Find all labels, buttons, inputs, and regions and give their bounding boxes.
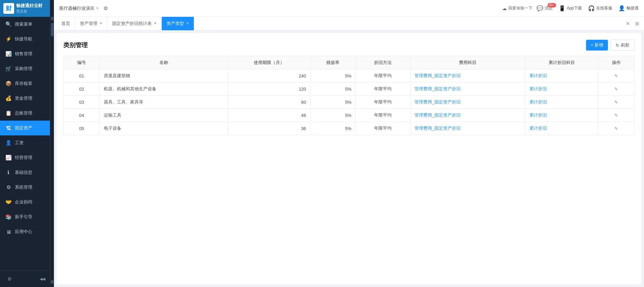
collapse-button[interactable]: ◀◀ <box>40 277 45 281</box>
sidebar-logo: 财 畅捷通好业财 普及版 <box>0 0 50 17</box>
row-rate-2: 5% <box>310 96 356 109</box>
row-action-2[interactable]: ✎ <box>598 96 634 109</box>
tab-2[interactable]: 固定资产折旧统计表✕ <box>108 17 162 30</box>
sidebar-item-企业协同[interactable]: 🤝 企业协同 <box>0 195 50 210</box>
row-rate-0: 5% <box>310 69 356 83</box>
edit-icon-4[interactable]: ✎ <box>614 126 618 131</box>
tab-close-3[interactable]: ✕ <box>186 21 189 26</box>
row-id-4: 05 <box>64 122 100 135</box>
sidebar-label-8: 工资 <box>15 140 24 146</box>
tab-close-1[interactable]: ✕ <box>99 21 102 26</box>
table-row: 01 房屋及建筑物 240 5% 年限平均 管理费用_固定资产折旧 累计折旧 ✎ <box>64 69 635 83</box>
edit-icon-1[interactable]: ✎ <box>614 87 618 92</box>
table-row: 03 器具、工具、家具等 60 5% 年限平均 管理费用_固定资产折旧 累计折旧… <box>64 96 635 109</box>
row-period-1: 120 <box>228 83 310 96</box>
experience-text: 我要体验一下 <box>508 5 532 11</box>
row-name-3: 运输工具 <box>100 109 228 122</box>
user-label: 畅捷通 <box>626 5 639 11</box>
refresh-button[interactable]: ↻ 刷新 <box>611 40 635 51</box>
message-button[interactable]: 💬 消息 99+ <box>536 5 553 11</box>
sidebar-icon-10: ℹ <box>5 169 11 176</box>
online-service-icon: 🎧 <box>588 5 595 11</box>
sidebar-item-应用中心[interactable]: 🖥 应用中心 <box>0 224 50 239</box>
row-name-2: 器具、工具、家具等 <box>100 96 228 109</box>
row-method-2: 年限平均 <box>356 96 410 109</box>
tab-close-2[interactable]: ✕ <box>154 21 157 26</box>
row-rate-3: 5% <box>310 109 356 122</box>
sidebar-icon-9: 📈 <box>5 155 11 161</box>
tab-label-0: 首页 <box>61 21 70 27</box>
col-header-1: 名称 <box>100 56 228 69</box>
col-header-2: 使用期限（月） <box>228 56 310 69</box>
sidebar-icon-1: ⚡ <box>5 36 11 42</box>
tab-3[interactable]: 资产类型✕ <box>162 17 194 30</box>
sidebar-label-9: 经营管理 <box>15 155 32 161</box>
row-accum-2: 累计折旧 <box>525 96 598 109</box>
sidebar-label-11: 系统管理 <box>15 184 32 190</box>
table-row: 04 运输工具 48 5% 年限平均 管理费用_固定资产折旧 累计折旧 ✎ <box>64 109 635 122</box>
new-button[interactable]: + 新增 <box>586 40 608 51</box>
sidebar-item-工资[interactable]: 👤 工资 <box>0 135 50 150</box>
edit-icon-0[interactable]: ✎ <box>614 73 618 78</box>
table-header: 编号名称使用期限（月）残值率折旧方法费用科目累计折旧科目操作 <box>64 56 635 69</box>
sidebar-label-2: 销售管理 <box>15 51 32 57</box>
row-action-1[interactable]: ✎ <box>598 83 634 96</box>
topbar: 医疗器械行业演示 ▼ ⚙ ☁ 我要体验一下 💬 消息 99+ 📱 App下载 🎧… <box>54 0 644 17</box>
sidebar-item-搜索菜单[interactable]: 🔍 搜索菜单 <box>0 17 50 32</box>
online-service-button[interactable]: 🎧 在线客服 <box>588 5 612 11</box>
app-download-button[interactable]: 📱 App下载 <box>559 5 582 11</box>
tab-1[interactable]: 资产管理✕ <box>75 17 108 30</box>
sidebar-item-总账管理[interactable]: 📋 总账管理 <box>0 106 50 121</box>
sidebar-item-销售管理[interactable]: 📊 销售管理 <box>0 46 50 61</box>
sidebar-item-资金管理[interactable]: 💰 资金管理 <box>0 91 50 106</box>
row-id-2: 03 <box>64 96 100 109</box>
company-settings-icon[interactable]: ⚙ <box>101 4 111 13</box>
user-avatar-button[interactable]: 👤 畅捷通 <box>618 5 639 11</box>
sidebar-item-快捷导航[interactable]: ⚡ 快捷导航 <box>0 32 50 46</box>
scrollbar-thumb[interactable] <box>51 23 54 36</box>
content-area: 类别管理 + 新增 ↻ 刷新 编号名称使用期限（月）残值率折旧方法费用科目累计折… <box>57 33 641 284</box>
row-id-0: 01 <box>64 69 100 83</box>
sidebar-label-6: 总账管理 <box>15 110 32 116</box>
row-rate-4: 5% <box>310 122 356 135</box>
sidebar-icon-13: 📚 <box>5 214 11 220</box>
edit-icon-3[interactable]: ✎ <box>614 113 618 118</box>
sidebar-item-经营管理[interactable]: 📈 经营管理 <box>0 150 50 165</box>
row-action-3[interactable]: ✎ <box>598 109 634 122</box>
sidebar-item-固定资产[interactable]: 🏗 固定资产 <box>0 121 50 135</box>
sidebar-item-采购管理[interactable]: 🛒 采购管理 <box>0 61 50 76</box>
table-body: 01 房屋及建筑物 240 5% 年限平均 管理费用_固定资产折旧 累计折旧 ✎… <box>64 69 635 135</box>
sidebar-item-系统管理[interactable]: ⚙ 系统管理 <box>0 180 50 195</box>
dropdown-arrow-icon: ▼ <box>96 6 99 10</box>
window-controls: ✕ ⊞ <box>624 20 641 28</box>
refresh-label: 刷新 <box>621 42 630 48</box>
page-title: 类别管理 <box>63 41 88 49</box>
sidebar-item-库存核算[interactable]: 📦 库存核算 <box>0 76 50 91</box>
experience-button[interactable]: ☁ 我要体验一下 <box>502 5 532 11</box>
table-header-row: 编号名称使用期限（月）残值率折旧方法费用科目累计折旧科目操作 <box>64 56 635 69</box>
sidebar-scrollbar <box>50 0 54 287</box>
row-action-4[interactable]: ✎ <box>598 122 634 135</box>
company-dropdown[interactable]: 医疗器械行业演示 ▼ <box>59 5 99 11</box>
row-id-1: 02 <box>64 83 100 96</box>
sidebar-icon-8: 👤 <box>5 140 11 146</box>
col-header-4: 折旧方法 <box>356 56 410 69</box>
row-expense-2: 管理费用_固定资产折旧 <box>410 96 525 109</box>
sidebar-label-0: 搜索菜单 <box>15 21 32 27</box>
sidebar-label-3: 采购管理 <box>15 66 32 72</box>
sidebar-item-新手引导[interactable]: 📚 新手引导 <box>0 210 50 224</box>
sidebar-icon-14: 🖥 <box>5 229 11 235</box>
scrollbar-thumb-bottom <box>51 280 54 284</box>
sidebar-item-基础信息[interactable]: ℹ 基础信息 <box>0 165 50 180</box>
tabs-bar: 首页资产管理✕固定资产折旧统计表✕资产类型✕ ✕ ⊞ <box>54 17 644 30</box>
row-action-0[interactable]: ✎ <box>598 69 634 83</box>
maximize-window-button[interactable]: ⊞ <box>633 20 641 28</box>
settings-icon[interactable]: ⚙ <box>5 274 14 284</box>
close-window-button[interactable]: ✕ <box>624 20 632 28</box>
edit-icon-2[interactable]: ✎ <box>614 100 618 105</box>
sidebar-footer: ⚙ ◀◀ <box>0 270 50 287</box>
tab-0[interactable]: 首页 <box>57 17 75 30</box>
logo-icon: 财 <box>3 3 14 14</box>
app-download-icon: 📱 <box>559 5 565 11</box>
app-edition: 普及版 <box>16 9 42 14</box>
